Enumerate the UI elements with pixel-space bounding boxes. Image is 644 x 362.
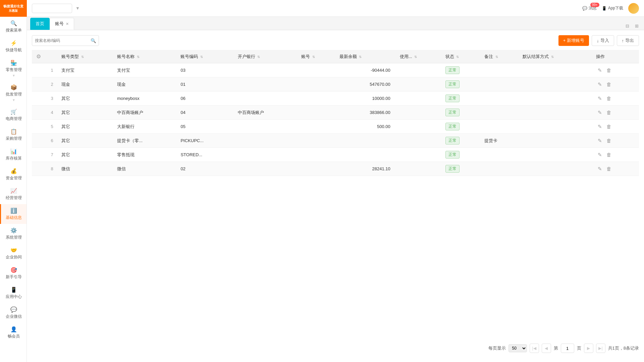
sidebar-item-enterprise-wechat[interactable]: 💬 企业微信 (0, 303, 26, 323)
th-account-code-label: 账号编码 (180, 54, 198, 59)
sidebar-item-system[interactable]: ⚙️ 系统管理 (0, 224, 26, 244)
th-bank-label: 开户银行 (238, 54, 255, 59)
tab-accounts[interactable]: 账号 ✕ (50, 18, 74, 30)
search-input[interactable] (32, 38, 88, 43)
first-page-button[interactable]: |◀ (530, 344, 539, 353)
import-button[interactable]: ↓ 导入 (592, 35, 614, 46)
row-account-code: 02 (178, 162, 235, 176)
sidebar-item-quick-nav[interactable]: ⚡ 快捷导航 (0, 37, 26, 56)
last-page-button[interactable]: ▶| (596, 344, 605, 353)
tab-close-icon[interactable]: ✕ (66, 22, 69, 26)
content-area: 🔍 + 新增账号 ↓ 导入 ↑ 导出 ⚙ (27, 30, 644, 362)
pagination: 每页显示 50 100 200 |◀ ◀ 第 页 ▶ ▶| 共1页，8条记录 (32, 340, 639, 357)
th-remark-label: 备注 (484, 54, 493, 59)
th-default-settlement[interactable]: 默认结算方式 ⇅ (520, 50, 593, 63)
prev-page-button[interactable]: ◀ (542, 344, 551, 353)
next-page-button[interactable]: ▶ (584, 344, 593, 353)
edit-button[interactable]: ✎ (596, 137, 604, 144)
row-remark: 提货卡 (482, 134, 520, 148)
row-account-type: 其它 (59, 106, 114, 120)
sidebar-item-inventory[interactable]: 📊 库存核算 (0, 145, 26, 165)
row-balance: 547670.00 (337, 77, 397, 92)
delete-button[interactable]: 🗑 (605, 109, 613, 116)
edit-button[interactable]: ✎ (596, 95, 604, 102)
row-num: 6 (45, 134, 59, 148)
table-wrapper: ⚙ 账号类型 ⇅ 账号名称 ⇅ 账号编码 ⇅ (32, 50, 639, 340)
row-settings (32, 120, 45, 134)
delete-button[interactable]: 🗑 (605, 123, 613, 130)
table-row: 6 其它 提货卡（零... PICKUPC... 正常 提货卡 ✎ 🗑 (32, 134, 639, 148)
row-settings (32, 106, 45, 120)
sidebar-item-beginner[interactable]: 🎯 新手引导 (0, 263, 26, 283)
edit-button[interactable]: ✎ (596, 123, 604, 130)
row-account-type: 其它 (59, 92, 114, 106)
row-account-name: moneybosx (114, 92, 178, 106)
sort-arrows-settlement: ⇅ (551, 55, 554, 59)
dropdown-arrow[interactable]: ▼ (75, 6, 80, 11)
sidebar-item-finance[interactable]: 💰 资金管理 (0, 165, 26, 184)
sidebar-item-basic-info[interactable]: ℹ️ 基础信息 (0, 204, 26, 224)
tab-expand-icon[interactable]: ⊞ (633, 22, 641, 30)
edit-button[interactable]: ✎ (596, 109, 604, 116)
app-download-button[interactable]: 📱 App下载 (602, 5, 623, 11)
settings-gear-icon[interactable]: ⚙ (36, 54, 41, 59)
delete-button[interactable]: 🗑 (605, 151, 613, 158)
th-account-name[interactable]: 账号名称 ⇅ (114, 50, 178, 63)
sort-arrows-bank: ⇅ (257, 55, 260, 59)
row-usage (397, 77, 443, 92)
sidebar-item-wholesale-mgmt[interactable]: 📦 批发管理 ▼ (0, 81, 26, 105)
row-account-code: PICKUPC... (178, 134, 235, 148)
sidebar-item-search-menu[interactable]: 🔍 搜索菜单 (0, 17, 26, 37)
delete-button[interactable]: 🗑 (605, 95, 613, 102)
th-balance[interactable]: 最新余额 ⇅ (337, 50, 397, 63)
sidebar-item-retail-mgmt[interactable]: 🏪 零售管理 ▼ (0, 56, 26, 81)
sidebar-item-label: 快捷导航 (6, 47, 22, 53)
th-remark[interactable]: 备注 ⇅ (482, 50, 520, 63)
row-usage (397, 134, 443, 148)
row-remark (482, 120, 520, 134)
th-account-type[interactable]: 账号类型 ⇅ (59, 50, 114, 63)
th-settings[interactable]: ⚙ (32, 50, 45, 63)
sidebar-item-label: 经营管理 (6, 195, 22, 201)
sidebar-item-purchase[interactable]: 📋 采购管理 (0, 125, 26, 145)
th-account-no[interactable]: 账号 ⇅ (299, 50, 337, 63)
add-account-button[interactable]: + 新增账号 (558, 35, 589, 46)
table-row: 2 现金 现金 01 547670.00 正常 ✎ 🗑 (32, 77, 639, 92)
tab-home[interactable]: 首页 (30, 18, 50, 30)
sidebar-item-member[interactable]: 👤 畅会员 (0, 323, 26, 343)
delete-button[interactable]: 🗑 (605, 137, 613, 144)
tab-minimize-icon[interactable]: ⊟ (623, 22, 631, 30)
th-balance-label: 最新余额 (339, 54, 357, 59)
sidebar-item-label: 批发管理 (6, 92, 22, 97)
row-num: 5 (45, 120, 59, 134)
page-input[interactable] (561, 344, 574, 353)
message-button[interactable]: 💬 消息 99+ (582, 5, 597, 11)
table-row: 4 其它 中百商场账户 04 中百商场账户 383866.00 正常 ✎ 🗑 (32, 106, 639, 120)
sidebar-item-app-center[interactable]: 📱 应用中心 (0, 283, 26, 303)
th-account-code[interactable]: 账号编码 ⇅ (178, 50, 235, 63)
delete-button[interactable]: 🗑 (605, 81, 613, 88)
delete-button[interactable]: 🗑 (605, 67, 613, 74)
edit-button[interactable]: ✎ (596, 165, 604, 173)
edit-button[interactable]: ✎ (596, 151, 604, 159)
row-balance (337, 134, 397, 148)
sidebar-item-operation[interactable]: 📈 经营管理 (0, 184, 26, 204)
th-usage[interactable]: 使用... ⇅ (397, 50, 443, 63)
search-button[interactable]: 🔍 (88, 35, 99, 46)
sidebar-item-enterprise[interactable]: 🤝 企业协同 (0, 244, 26, 263)
row-account-name: 零售抵现 (114, 148, 178, 162)
avatar[interactable] (628, 3, 639, 14)
edit-button[interactable]: ✎ (596, 81, 604, 88)
th-bank[interactable]: 开户银行 ⇅ (235, 50, 299, 63)
export-button[interactable]: ↑ 导出 (617, 35, 639, 46)
delete-button[interactable]: 🗑 (605, 165, 613, 172)
edit-button[interactable]: ✎ (596, 67, 604, 74)
row-action: ✎ 🗑 (593, 162, 639, 176)
sidebar-item-ecommerce[interactable]: 🛒 电商管理 (0, 105, 26, 125)
page-size-select[interactable]: 50 100 200 (508, 344, 527, 352)
th-status[interactable]: 状态 ⇅ (443, 50, 482, 63)
row-action: ✎ 🗑 (593, 120, 639, 134)
row-bank: 中百商场账户 (235, 106, 299, 120)
top-search-input[interactable] (32, 4, 72, 13)
sidebar-item-label: 零售管理 (6, 67, 22, 73)
